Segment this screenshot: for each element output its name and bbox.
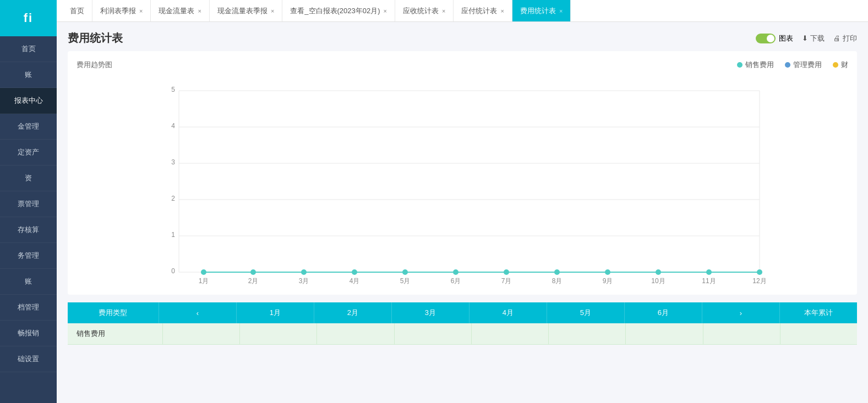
legend-dot-finance [833, 62, 838, 68]
download-button[interactable]: ⬇ 下载 [802, 34, 825, 43]
sidebar-item-capital[interactable]: 资 [0, 165, 57, 191]
sidebar-item-fixed-assets[interactable]: 定资产 [0, 140, 57, 165]
sidebar-item-stock-calc[interactable]: 存核算 [0, 217, 57, 243]
svg-text:5: 5 [171, 86, 175, 93]
chart-dot [554, 269, 560, 275]
tab-bar: 首页 利润表季报 × 现金流量表 × 现金流量表季报 × 查看_空白报表(202… [57, 0, 868, 22]
tab-expense[interactable]: 费用统计表 × [512, 0, 571, 21]
tab-profit-quarterly[interactable]: 利润表季报 × [92, 0, 151, 21]
chart-dot [706, 269, 712, 275]
svg-text:6月: 6月 [451, 277, 461, 284]
tab-close-profit-quarterly[interactable]: × [139, 8, 143, 14]
th-month1: 1月 [237, 302, 314, 323]
chart-legend: 销售费用 管理费用 财 [737, 60, 848, 70]
td-m6 [549, 323, 626, 344]
svg-text:8月: 8月 [552, 277, 563, 284]
th-ytd: 本年累计 [780, 302, 857, 323]
expense-table: 费用类型 ‹ 1月 2月 3月 4月 5月 [68, 302, 857, 345]
td-m4 [395, 323, 472, 344]
chart-toggle-label: 图表 [779, 34, 793, 43]
td-m3 [317, 323, 394, 344]
tab-blank-report[interactable]: 查看_空白报表(2023年02月) × [282, 0, 395, 21]
svg-text:4月: 4月 [350, 277, 360, 284]
svg-text:7月: 7月 [501, 277, 512, 284]
td-m2 [240, 323, 317, 344]
chart-header: 费用趋势图 销售费用 管理费用 财 [77, 60, 848, 70]
svg-text:0: 0 [171, 267, 175, 275]
table-header-row: 费用类型 ‹ 1月 2月 3月 4月 5月 [68, 302, 857, 323]
legend-finance-expense: 财 [833, 60, 848, 70]
print-icon: 🖨 [833, 34, 840, 42]
legend-dot-mgmt [785, 62, 790, 68]
td-extra [780, 323, 857, 344]
svg-text:5月: 5月 [400, 277, 411, 284]
sidebar-item-sales[interactable]: 畅报销 [0, 321, 57, 346]
sidebar-item-fund-mgmt[interactable]: 金管理 [0, 114, 57, 140]
sidebar-item-base-settings[interactable]: 础设置 [0, 346, 57, 372]
chart-svg-container: 5 4 3 2 1 0 [77, 75, 848, 286]
prev-arrow-icon[interactable]: ‹ [196, 309, 199, 317]
sidebar-item-report-center[interactable]: 报表中心 [0, 88, 57, 114]
chart-title: 费用趋势图 [77, 60, 112, 70]
main-area: 首页 利润表季报 × 现金流量表 × 现金流量表季报 × 查看_空白报表(202… [57, 0, 868, 403]
chart-dot [402, 269, 408, 275]
sidebar-item-home[interactable]: 首页 [0, 36, 57, 62]
download-icon: ⬇ [802, 34, 808, 42]
trend-chart-svg: 5 4 3 2 1 0 [77, 75, 848, 284]
th-month6: 6月 [625, 302, 702, 323]
svg-text:9月: 9月 [603, 277, 613, 284]
svg-text:3月: 3月 [299, 277, 309, 284]
chart-dot [656, 269, 661, 275]
svg-text:12月: 12月 [752, 277, 766, 284]
next-arrow-icon[interactable]: › [740, 309, 742, 317]
td-expense-type: 销售费用 [68, 323, 163, 344]
th-month4: 4月 [470, 302, 547, 323]
svg-text:11月: 11月 [702, 277, 716, 284]
tab-close-receivable[interactable]: × [442, 8, 445, 14]
table-row: 销售费用 [68, 323, 857, 345]
tab-close-payable[interactable]: × [500, 8, 504, 14]
sidebar-item-file-mgmt[interactable]: 档管理 [0, 295, 57, 321]
tab-close-expense[interactable]: × [559, 8, 563, 14]
tab-close-cashflow-quarterly[interactable]: × [271, 8, 274, 14]
chart-dot [352, 269, 357, 275]
chart-toggle[interactable] [756, 34, 776, 43]
th-next[interactable]: › [702, 302, 780, 323]
chart-dot [605, 269, 610, 275]
th-month5: 5月 [547, 302, 625, 323]
chart-dot [453, 269, 458, 275]
tab-payable[interactable]: 应付统计表 × [454, 0, 512, 21]
svg-text:3: 3 [171, 158, 175, 166]
tab-cashflow-quarterly[interactable]: 现金流量表季报 × [210, 0, 282, 21]
sidebar-item-invoice-mgmt[interactable]: 票管理 [0, 191, 57, 217]
legend-dot-sales [737, 62, 743, 68]
page-header: 费用统计表 图表 ⬇ 下载 🖨 打印 [57, 22, 868, 51]
sidebar-item-service-mgmt[interactable]: 务管理 [0, 243, 57, 269]
tab-receivable[interactable]: 应收统计表 × [395, 0, 454, 21]
legend-sales-expense: 销售费用 [737, 60, 774, 70]
th-month2: 2月 [314, 302, 392, 323]
header-actions: 图表 ⬇ 下载 🖨 打印 [756, 34, 857, 43]
svg-text:2月: 2月 [248, 277, 259, 284]
td-ytd [703, 323, 780, 344]
chart-dot [504, 269, 509, 275]
sidebar-item-ledger[interactable]: 账 [0, 62, 57, 88]
tab-cashflow[interactable]: 现金流量表 × [151, 0, 209, 21]
app-logo: fi [0, 0, 57, 36]
sidebar-item-account[interactable]: 账 [0, 269, 57, 295]
td-m5 [472, 323, 549, 344]
page-content: 费用统计表 图表 ⬇ 下载 🖨 打印 费用趋势图 [57, 22, 868, 403]
chart-toggle-wrap: 图表 [756, 34, 793, 43]
th-prev[interactable]: ‹ [159, 302, 237, 323]
th-expense-type: 费用类型 [68, 302, 159, 323]
svg-text:10月: 10月 [651, 277, 665, 284]
svg-text:2: 2 [171, 195, 175, 202]
tab-close-cashflow[interactable]: × [198, 8, 201, 14]
tab-close-blank-report[interactable]: × [384, 8, 387, 14]
tab-home[interactable]: 首页 [62, 0, 92, 21]
print-button[interactable]: 🖨 打印 [833, 34, 857, 43]
svg-text:4: 4 [171, 122, 175, 130]
chart-area: 费用趋势图 销售费用 管理费用 财 [68, 51, 857, 295]
page-title: 费用统计表 [68, 31, 123, 46]
chart-dot [757, 269, 762, 275]
